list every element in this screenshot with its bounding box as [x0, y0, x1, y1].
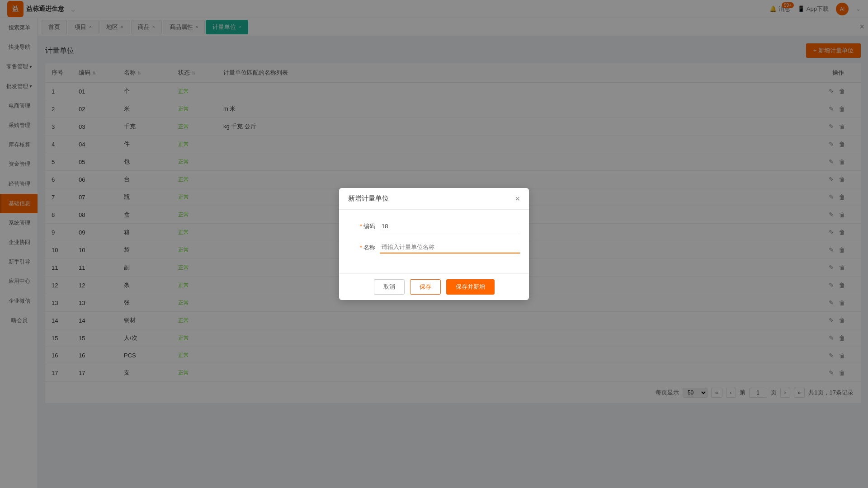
form-label-code: *编码 — [348, 222, 375, 230]
save-and-new-button[interactable]: 保存并新增 — [446, 279, 495, 295]
modal-header: 新增计量单位 × — [339, 188, 529, 210]
cancel-button[interactable]: 取消 — [374, 279, 405, 295]
code-input[interactable] — [380, 221, 520, 232]
name-input[interactable] — [380, 241, 520, 253]
modal-body: *编码 *名称 — [339, 210, 529, 273]
modal-close-button[interactable]: × — [515, 195, 520, 203]
form-row-name: *名称 — [348, 241, 520, 253]
add-unit-modal: 新增计量单位 × *编码 *名称 取消 保存 保存并新增 — [339, 188, 529, 300]
form-row-code: *编码 — [348, 221, 520, 232]
required-star-name: * — [360, 244, 362, 251]
save-button[interactable]: 保存 — [410, 279, 441, 295]
modal-title: 新增计量单位 — [348, 194, 389, 203]
modal-footer: 取消 保存 保存并新增 — [339, 273, 529, 300]
required-star-code: * — [360, 223, 362, 230]
form-label-name: *名称 — [348, 244, 375, 252]
modal-overlay: 新增计量单位 × *编码 *名称 取消 保存 保存并新增 — [0, 0, 868, 488]
